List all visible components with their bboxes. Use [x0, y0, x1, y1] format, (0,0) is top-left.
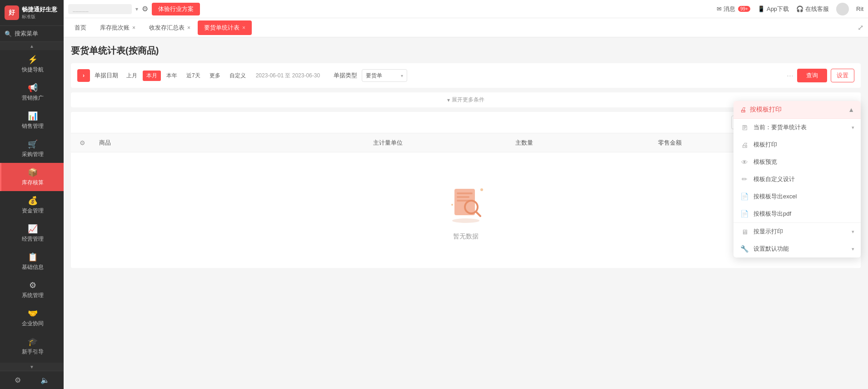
select-chevron-icon: ▾ — [401, 73, 403, 78]
tabs-right: ⤢ — [858, 23, 863, 32]
user-name: Rit — [856, 5, 863, 12]
date-label: 单据日期 — [95, 71, 118, 80]
template-print-icon: 🖨 — [740, 141, 749, 149]
tab-home[interactable]: 首页 — [68, 20, 93, 35]
pdf-icon: 📄 — [740, 210, 749, 218]
svg-point-7 — [480, 188, 483, 191]
tab-close-receivable-summary[interactable]: × — [187, 25, 190, 31]
expand-icon: ▾ — [447, 97, 450, 103]
sidebar: 好 畅捷通好生意 标准版 🔍 搜索菜单 ▲ ⚡ 快捷导航 📢 营销推广 📊 销售… — [0, 0, 64, 389]
tab-inventory-batch[interactable]: 库存批次账 × — [94, 20, 142, 35]
logo-icon: 好 — [5, 5, 19, 20]
popup-template-preview[interactable]: 👁 模板预览 — [733, 153, 861, 171]
type-select[interactable]: 要货单 ▾ — [362, 69, 407, 82]
type-label: 单据类型 — [334, 71, 357, 80]
sidebar-item-inventory[interactable]: 📦 库存核算 — [0, 163, 64, 191]
column-settings-icon[interactable]: ⚙ — [80, 139, 85, 147]
svg-point-8 — [451, 204, 453, 206]
sidebar-item-sales[interactable]: 📊 销售管理 — [0, 106, 64, 135]
popup-export-excel[interactable]: 📄 按模板导出excel — [733, 188, 861, 205]
svg-rect-2 — [457, 192, 473, 194]
sidebar-item-guide[interactable]: 🎓 新手引导 — [0, 332, 64, 360]
sidebar-item-corp[interactable]: 🤝 企业协同 — [0, 304, 64, 332]
logo: 好 畅捷通好生意 标准版 — [0, 0, 64, 26]
svg-point-0 — [452, 218, 479, 223]
sound-footer-icon[interactable]: 🔈 — [40, 376, 50, 384]
chevron-down-icon[interactable]: ▾ — [135, 6, 138, 12]
section-chevron-icon: ▾ — [852, 229, 854, 235]
default-func-icon: 🔧 — [740, 245, 749, 253]
sidebar-footer: ⚙ 🔈 — [0, 371, 64, 389]
popup-current-template[interactable]: 🖹 当前：要货单统计表 ▾ — [733, 119, 861, 136]
th-product: 商品 — [94, 139, 368, 147]
popup-section: 🖥 按显示打印 ▾ 🔧 设置默认功能 ▾ — [733, 222, 861, 258]
corp-icon: 🤝 — [28, 308, 38, 318]
popup-display-print[interactable]: 🖥 按显示打印 ▾ — [733, 223, 861, 240]
date-buttons: 上月 本月 本年 近7天 更多 自定义 — [123, 71, 249, 81]
popup-export-pdf[interactable]: 📄 按模板导出pdf — [733, 205, 861, 222]
user-avatar[interactable] — [836, 3, 849, 15]
scroll-up[interactable]: ▲ — [0, 42, 64, 50]
sidebar-item-marketing[interactable]: 📢 营销推广 — [0, 78, 64, 106]
tab-purchase-stat[interactable]: 要货单统计表 × — [198, 20, 252, 35]
this-year-btn[interactable]: 本年 — [163, 71, 181, 81]
popup-default-func[interactable]: 🔧 设置默认功能 ▾ — [733, 240, 861, 258]
sidebar-item-system[interactable]: ⚙ 系统管理 — [0, 276, 64, 304]
svg-rect-3 — [457, 196, 469, 198]
sales-icon: 📊 — [28, 111, 38, 121]
maximize-icon[interactable]: ⤢ — [858, 23, 863, 32]
main-area: ⎯⎯⎯⎯⎯ ▾ ⚙ 体验行业方案 ✉ 消息 99+ 📱 App下载 🎧 在线客服… — [64, 0, 868, 389]
empty-text: 暂无数据 — [453, 232, 479, 241]
current-chevron-icon: ▾ — [852, 125, 854, 131]
more-options-icon[interactable]: ··· — [787, 71, 793, 81]
settings-footer-icon[interactable]: ⚙ — [15, 376, 21, 384]
template-icon: 🖹 — [740, 124, 749, 131]
online-service-button[interactable]: 🎧 在线客服 — [796, 5, 829, 13]
sidebar-nav: ⚡ 快捷导航 📢 营销推广 📊 销售管理 🛒 采购管理 📦 库存核算 💰 资金管… — [0, 50, 64, 363]
popup-template-custom[interactable]: ✏ 模板自定义设计 — [733, 171, 861, 188]
top-bar-search-box: ⎯⎯⎯⎯⎯ — [68, 4, 132, 14]
sidebar-item-finance[interactable]: 💰 资金管理 — [0, 191, 64, 219]
inventory-icon: 📦 — [28, 167, 38, 177]
topbar-right: ✉ 消息 99+ 📱 App下载 🎧 在线客服 Rit — [717, 3, 863, 15]
messages-button[interactable]: ✉ 消息 99+ — [717, 5, 750, 13]
popup-collapse-icon[interactable]: ▲ — [848, 106, 854, 113]
th-qty: 主数量 — [510, 139, 652, 147]
design-icon: ✏ — [740, 175, 749, 183]
tabs-bar: 首页 库存批次账 × 收发存汇总表 × 要货单统计表 × ⤢ — [64, 18, 868, 37]
app-download-button[interactable]: 📱 App下载 — [758, 5, 789, 13]
chevron-right-icon: › — [83, 72, 85, 79]
tab-close-purchase-stat[interactable]: × — [242, 25, 245, 31]
expand-more-button[interactable]: ▾ 展开更多条件 — [441, 94, 491, 106]
query-button[interactable]: 查询 — [797, 69, 827, 82]
custom-date-btn[interactable]: 自定义 — [226, 71, 249, 81]
operation-icon: 📈 — [28, 224, 38, 234]
sidebar-search[interactable]: 🔍 搜索菜单 — [0, 26, 64, 42]
marketing-icon: 📢 — [28, 83, 38, 93]
svg-line-6 — [476, 212, 480, 216]
sidebar-item-basic[interactable]: 📋 基础信息 — [0, 248, 64, 276]
system-icon: ⚙ — [29, 280, 36, 290]
th-settings[interactable]: ⚙ — [71, 139, 94, 147]
popup-header: 🖨 按模板打印 ▲ — [733, 101, 861, 119]
scroll-down[interactable]: ▼ — [0, 363, 64, 371]
top-bar: ⎯⎯⎯⎯⎯ ▾ ⚙ 体验行业方案 ✉ 消息 99+ 📱 App下载 🎧 在线客服… — [64, 0, 868, 18]
sidebar-item-purchase[interactable]: 🛒 采购管理 — [0, 135, 64, 163]
gear-icon[interactable]: ⚙ — [142, 5, 148, 13]
filter-expand-button[interactable]: › — [77, 69, 90, 82]
page-title: 要货单统计表(按商品) — [71, 45, 861, 57]
try-solution-button[interactable]: 体验行业方案 — [152, 3, 200, 15]
headset-icon: 🎧 — [796, 5, 803, 12]
last-month-btn[interactable]: 上月 — [123, 71, 141, 81]
tab-close-inventory-batch[interactable]: × — [132, 25, 135, 31]
sidebar-item-operation[interactable]: 📈 经营管理 — [0, 219, 64, 248]
sidebar-item-shortcut[interactable]: ⚡ 快捷导航 — [0, 50, 64, 78]
more-dates-btn[interactable]: 更多 — [206, 71, 224, 81]
content-area: 要货单统计表(按商品) › 单据日期 上月 本月 本年 近7天 更多 自定义 2… — [64, 37, 868, 389]
tab-receivable-summary[interactable]: 收发存汇总表 × — [143, 20, 197, 35]
settings-button[interactable]: 设置 — [831, 69, 854, 82]
popup-template-print[interactable]: 🖨 模板打印 — [733, 136, 861, 153]
purchase-icon: 🛒 — [28, 139, 38, 149]
last-7-days-btn[interactable]: 近7天 — [183, 71, 204, 81]
this-month-btn[interactable]: 本月 — [143, 71, 161, 81]
